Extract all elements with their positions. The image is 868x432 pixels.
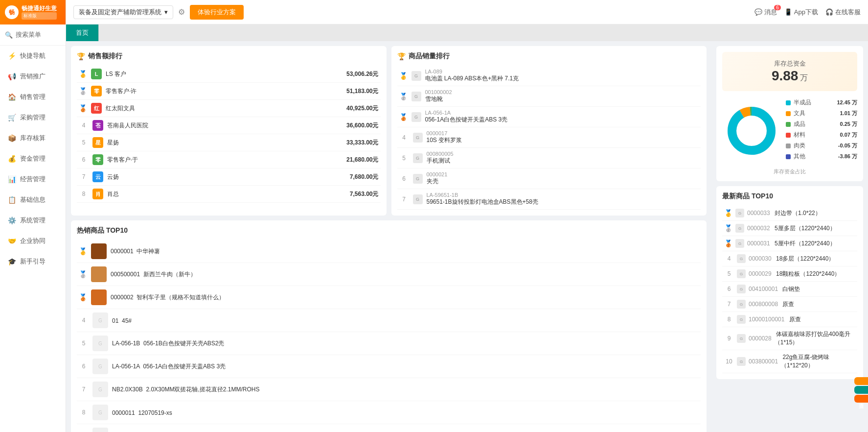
newest-product-row: 6 G 004100001 白钢垫 bbox=[722, 282, 857, 297]
product-rank-row: 🥈 G 001000002 雪地靴 bbox=[397, 86, 701, 107]
customer-service-button[interactable]: 客服热线 bbox=[854, 377, 868, 385]
tab-home[interactable]: 首页 bbox=[66, 24, 99, 41]
finance-icon: 💰 bbox=[7, 155, 16, 163]
sales-label: 销售管理 bbox=[20, 93, 46, 101]
newest-product-row: 4 G 0000030 18多层（1220*2440） bbox=[722, 251, 857, 266]
hot-product-row: 🥇 0000001 中华神薯 bbox=[77, 240, 701, 263]
quick-nav-icon: ⚡ bbox=[7, 52, 16, 60]
edition-badge: 标准版 bbox=[22, 12, 57, 20]
app-name: 畅捷通好生意 bbox=[22, 5, 57, 13]
search-menu-label: 搜索菜单 bbox=[16, 30, 41, 39]
headset-icon: 🎧 bbox=[825, 8, 833, 16]
sidebar-item-system[interactable]: ⚙️ 系统管理 bbox=[0, 210, 66, 231]
svg-point-1 bbox=[732, 111, 771, 150]
operations-label: 经营管理 bbox=[20, 175, 46, 184]
app-download-label: App下载 bbox=[794, 8, 818, 17]
sales-rank-row: 🥈 零 零售客户·许 51,183.00元 bbox=[77, 83, 381, 100]
quick-nav-label: 快捷导航 bbox=[20, 51, 46, 60]
sales-rank-row: 6 零 零售客户·于 21,680.00元 bbox=[77, 151, 381, 168]
sales-ranking-card: 🏆 销售额排行 🥇 L LS 客户 53,006.26元 🥈 零 零售客户·许 … bbox=[71, 46, 387, 216]
product-ranking-table: 🥇 G LA-089 电池盖 LA-089 ABS本色+黑种 7.1克 🥈 G … bbox=[397, 66, 701, 210]
hot-product-row: 6 G LA-056-1A 056-1A白色按键开关盖ABS 3壳 bbox=[77, 355, 701, 378]
inventory-chart: 半成品 12.45 万 文具 1.01 万 成品 0.25 万 材料 0.07 … bbox=[722, 96, 857, 166]
operations-icon: 📊 bbox=[7, 175, 16, 183]
product-rank-row: 4 G 0000017 10S 变料罗浆 bbox=[397, 127, 701, 148]
online-service-label: 在线客服 bbox=[835, 8, 861, 17]
hot-products-title: 热销商品 TOP10 bbox=[77, 226, 701, 235]
online-service-button[interactable]: 🎧 在线客服 bbox=[825, 8, 861, 17]
trophy-icon: 🏆 bbox=[77, 52, 85, 60]
newest-product-row: 7 G 000800008 原查 bbox=[722, 297, 857, 312]
inventory-label: 库存核算 bbox=[20, 134, 46, 143]
legend-item: 半成品 12.45 万 bbox=[786, 98, 857, 107]
main-area: 装备及固定资产辅助管理系统 ▾ ⚙ 体验行业方案 💬 消息 6 📱 App下载 … bbox=[66, 0, 868, 432]
newest-product-row: 5 G 0000029 18颗粒板（1220*2440） bbox=[722, 266, 857, 282]
sales-rank-row: 🥉 红 红太阳文具 40,925.00元 bbox=[77, 100, 381, 117]
hot-product-row: 🥈 000500001 新西兰牛肉（新牛） bbox=[77, 263, 701, 286]
sidebar-item-inventory[interactable]: 📦 库存核算 bbox=[0, 128, 66, 148]
sidebar-item-purchase[interactable]: 🛒 采购管理 bbox=[0, 107, 66, 128]
app-logo: 畅 畅捷通好生意 标准版 bbox=[0, 0, 66, 24]
newest-product-row: 🥈 G 0000032 5厘多层（1220*2440） bbox=[722, 221, 857, 236]
legend-item: 肉类 -0.05 万 bbox=[786, 142, 857, 150]
newest-product-row: 9 G 0000028 体碳嘉核味苏打饮品400毫升（1*15） bbox=[722, 327, 857, 350]
mobile-icon: 📱 bbox=[784, 8, 792, 16]
experience-button[interactable]: 体验行业方案 bbox=[190, 5, 244, 20]
newest-product-row: 8 G 10000100001 原查 bbox=[722, 312, 857, 327]
page-tabs: 首页 bbox=[66, 24, 868, 41]
content-area: 🏆 销售额排行 🥇 L LS 客户 53,006.26元 🥈 零 零售客户·许 … bbox=[66, 41, 868, 432]
hot-product-row: 8 G 0000011 12070519-xs bbox=[77, 401, 701, 424]
topbar: 装备及固定资产辅助管理系统 ▾ ⚙ 体验行业方案 💬 消息 6 📱 App下载 … bbox=[66, 0, 868, 24]
sidebar-item-quick-nav[interactable]: ⚡ 快捷导航 bbox=[0, 46, 66, 66]
search-menu-item[interactable]: 🔍 搜索菜单 bbox=[0, 24, 66, 46]
sidebar-item-operations[interactable]: 📊 经营管理 bbox=[0, 169, 66, 190]
service-community-button[interactable]: 服务社区 bbox=[854, 386, 868, 394]
hot-product-row: 5 G LA-056-1B 056-1B白色按键开关壳ABS2壳 bbox=[77, 332, 701, 355]
basic-label: 基础信息 bbox=[20, 195, 46, 204]
sales-rank-row: 🥇 L LS 客户 53,006.26元 bbox=[77, 66, 381, 83]
purchase-icon: 🛒 bbox=[7, 114, 16, 121]
newest-products-title: 最新商品 TOP10 bbox=[722, 192, 857, 201]
product-rank-row: 🥉 G LA-056-1A 056-1A白色按键开关盖ABS 3壳 bbox=[397, 107, 701, 127]
marketing-label: 营销推广 bbox=[20, 72, 46, 81]
sales-ranking-table: 🥇 L LS 客户 53,006.26元 🥈 零 零售客户·许 51,183.0… bbox=[77, 66, 381, 203]
message-icon: 💬 bbox=[754, 8, 762, 16]
basic-icon: 📋 bbox=[7, 196, 16, 204]
sales-rank-row: 5 星 星扬 33,333.00元 bbox=[77, 134, 381, 151]
inventory-legend: 半成品 12.45 万 文具 1.01 万 成品 0.25 万 材料 0.07 … bbox=[786, 98, 857, 163]
system-selector[interactable]: 装备及固定资产辅助管理系统 ▾ bbox=[73, 5, 173, 19]
logo-icon: 畅 bbox=[5, 5, 19, 19]
hot-product-row: 🥉 0000002 智利车子里（规格不知道填什么） bbox=[77, 286, 701, 309]
guide-icon: 🎓 bbox=[7, 258, 16, 265]
trophy2-icon: 🏆 bbox=[397, 52, 406, 60]
app-download-button[interactable]: 📱 App下载 bbox=[784, 8, 818, 17]
product-rank-row: 7 G LA-59651-1B 59651-1B旋转投影灯电池盒ABS黑色+58… bbox=[397, 189, 701, 210]
sidebar-item-basic[interactable]: 📋 基础信息 bbox=[0, 190, 66, 210]
system-icon: ⚙️ bbox=[7, 216, 16, 224]
hot-product-row: 4 G 01 45# bbox=[77, 309, 701, 332]
sidebar-nav: ⚡ 快捷导航 📢 营销推广 🏠 销售管理 🛒 采购管理 📦 库存核算 💰 资金管… bbox=[0, 46, 66, 432]
sales-icon: 🏠 bbox=[7, 93, 16, 101]
inventory-icon: 📦 bbox=[7, 134, 16, 142]
newest-products-card: 最新商品 TOP10 🥇 G 0000033 封边带（1.0*22） 🥈 G 0… bbox=[716, 186, 863, 379]
newest-products-list: 🥇 G 0000033 封边带（1.0*22） 🥈 G 0000032 5厘多层… bbox=[722, 206, 857, 373]
inventory-total: 库存总资金 9.88 万 bbox=[722, 52, 857, 91]
float-buttons: 客服热线 服务社区 直播 bbox=[854, 377, 868, 403]
sales-rank-row: 7 云 云扬 7,680.00元 bbox=[77, 168, 381, 186]
live-button[interactable]: 直播 bbox=[854, 395, 868, 403]
message-button[interactable]: 💬 消息 6 bbox=[754, 8, 777, 17]
inventory-chart-label: 库存资金占比 bbox=[722, 168, 857, 175]
sidebar-item-sales[interactable]: 🏠 销售管理 bbox=[0, 87, 66, 107]
settings-icon[interactable]: ⚙ bbox=[178, 7, 185, 17]
cooperation-icon: 🤝 bbox=[7, 237, 16, 245]
sidebar-item-finance[interactable]: 💰 资金管理 bbox=[0, 148, 66, 169]
finance-label: 资金管理 bbox=[20, 154, 46, 163]
ranking-panels: 🏆 销售额排行 🥇 L LS 客户 53,006.26元 🥈 零 零售客户·许 … bbox=[71, 46, 707, 216]
inventory-card: 库存总资金 9.88 万 bbox=[716, 46, 863, 181]
sidebar-item-guide[interactable]: 🎓 新手引导 bbox=[0, 251, 66, 272]
legend-item: 材料 0.07 万 bbox=[786, 131, 857, 139]
right-panel: 库存总资金 9.88 万 bbox=[711, 41, 868, 432]
sidebar-item-cooperation[interactable]: 🤝 企业协同 bbox=[0, 231, 66, 251]
hot-product-row: 7 G NB2.0X30B 2.0X30MM双搓花轴,搓花直径2.1MM/ROH… bbox=[77, 378, 701, 401]
sidebar-item-marketing[interactable]: 📢 营销推广 bbox=[0, 66, 66, 87]
